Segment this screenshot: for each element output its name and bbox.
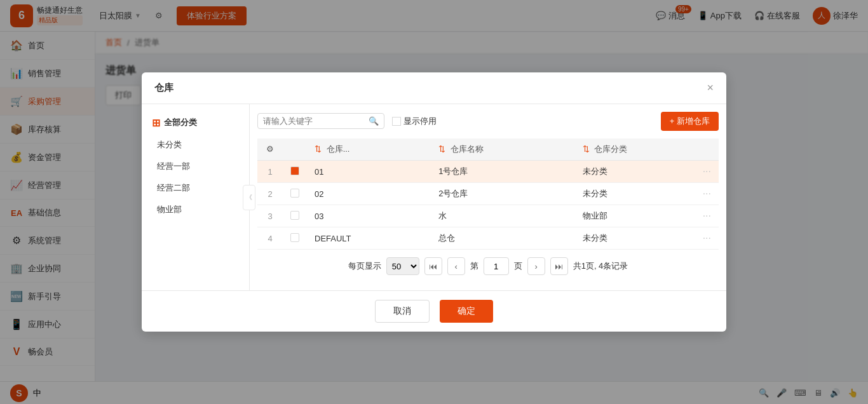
row-name: 2号仓库 <box>431 183 574 205</box>
sort-icon-name: ⇅ <box>438 144 445 154</box>
per-page-select[interactable]: 50 20 100 <box>386 257 419 275</box>
grid-icon: ⊞ <box>152 117 160 129</box>
pagination: 每页显示 50 20 100 ⏮ ‹ 第 页 › ⏭ 共1页, 4条记录 <box>257 250 719 283</box>
sort-icon-code: ⇅ <box>315 144 322 154</box>
last-page-button[interactable]: ⏭ <box>550 257 568 275</box>
table-row[interactable]: 4 DEFAULT 总仓 未分类 ··· <box>257 227 719 250</box>
row-code: DEFAULT <box>307 227 431 250</box>
row-code: 03 <box>307 205 431 227</box>
row-action-dots[interactable]: ··· <box>703 166 711 177</box>
row-name: 水 <box>431 205 574 227</box>
page-unit: 页 <box>514 260 522 272</box>
collapse-panel-button[interactable]: 《 <box>243 185 255 210</box>
table-header-row: ⚙ ⇅ 仓库... ⇅ 仓库名称 <box>257 138 719 161</box>
th-code: ⇅ 仓库... <box>307 138 431 161</box>
first-page-button[interactable]: ⏮ <box>424 257 442 275</box>
modal-overlay: 仓库 × ⊞ 全部分类 未分类 经营一部 经营二部 <box>0 0 868 404</box>
row-no: 2 <box>257 183 283 205</box>
category-item-ops1[interactable]: 经营一部 <box>142 156 249 177</box>
row-code: 02 <box>307 183 431 205</box>
confirm-button[interactable]: 确定 <box>440 300 493 323</box>
category-item-property[interactable]: 物业部 <box>142 199 249 220</box>
row-checkbox[interactable] <box>283 183 307 205</box>
total-info: 共1页, 4条记录 <box>573 260 628 272</box>
row-code: 01 <box>307 160 431 183</box>
table-row[interactable]: 2 02 2号仓库 未分类 ··· <box>257 183 719 205</box>
table-row[interactable]: 3 03 水 物业部 ··· <box>257 205 719 227</box>
th-name: ⇅ 仓库名称 <box>431 138 574 161</box>
row-action-dots[interactable]: ··· <box>703 188 711 199</box>
search-box: 🔍 <box>257 113 384 129</box>
modal-header: 仓库 × <box>142 72 726 104</box>
row-name: 总仓 <box>431 227 574 250</box>
warehouse-list-panel: 🔍 显示停用 + 新增仓库 ⚙ <box>250 104 726 291</box>
category-panel: ⊞ 全部分类 未分类 经营一部 经营二部 物业部 《 <box>142 104 250 291</box>
modal-body: ⊞ 全部分类 未分类 经营一部 经营二部 物业部 《 <box>142 104 726 291</box>
row-no: 3 <box>257 205 283 227</box>
add-warehouse-button[interactable]: + 新增仓库 <box>661 112 719 131</box>
prev-page-button[interactable]: ‹ <box>447 257 465 275</box>
modal-title: 仓库 <box>154 82 173 94</box>
row-action-dots[interactable]: ··· <box>703 232 711 244</box>
show-disabled-toggle: 显示停用 <box>392 116 437 127</box>
right-toolbar: 🔍 显示停用 + 新增仓库 <box>257 112 719 131</box>
warehouse-table-wrap: ⚙ ⇅ 仓库... ⇅ 仓库名称 <box>257 138 719 250</box>
category-item-unclassified[interactable]: 未分类 <box>142 134 249 156</box>
modal-close-button[interactable]: × <box>707 81 714 95</box>
row-no: 1 <box>257 160 283 183</box>
per-page-label: 每页显示 <box>348 260 381 272</box>
row-category: 未分类 ··· <box>575 183 719 205</box>
warehouse-modal: 仓库 × ⊞ 全部分类 未分类 经营一部 经营二部 <box>142 72 726 332</box>
page-label: 第 <box>470 260 478 272</box>
search-input[interactable] <box>263 116 369 126</box>
row-checkbox[interactable] <box>283 205 307 227</box>
th-gear: ⚙ <box>257 138 283 161</box>
page-input[interactable] <box>484 257 509 275</box>
th-category: ⇅ 仓库分类 <box>575 138 719 161</box>
next-page-button[interactable]: › <box>527 257 545 275</box>
sort-icon-category: ⇅ <box>583 144 590 154</box>
all-categories-label: 全部分类 <box>164 117 197 128</box>
row-category: 未分类 ··· <box>575 161 719 183</box>
row-action-dots[interactable]: ··· <box>703 210 711 222</box>
search-icon[interactable]: 🔍 <box>369 116 379 126</box>
category-item-ops2[interactable]: 经营二部 <box>142 177 249 199</box>
th-check <box>283 138 307 161</box>
row-no: 4 <box>257 227 283 250</box>
cancel-button[interactable]: 取消 <box>375 300 430 323</box>
row-checkbox[interactable] <box>283 227 307 250</box>
modal-footer: 取消 确定 <box>142 290 726 332</box>
row-name: 1号仓库 <box>431 160 574 183</box>
show-disabled-label: 显示停用 <box>403 116 437 127</box>
row-category: 物业部 ··· <box>575 205 719 227</box>
all-categories-item[interactable]: ⊞ 全部分类 <box>142 112 249 134</box>
show-disabled-checkbox[interactable] <box>392 117 401 126</box>
row-checkbox[interactable] <box>283 160 307 183</box>
warehouse-table: ⚙ ⇅ 仓库... ⇅ 仓库名称 <box>257 138 719 250</box>
row-category: 未分类 ··· <box>575 227 719 250</box>
table-row[interactable]: 1 01 1号仓库 未分类 ··· <box>257 160 719 183</box>
